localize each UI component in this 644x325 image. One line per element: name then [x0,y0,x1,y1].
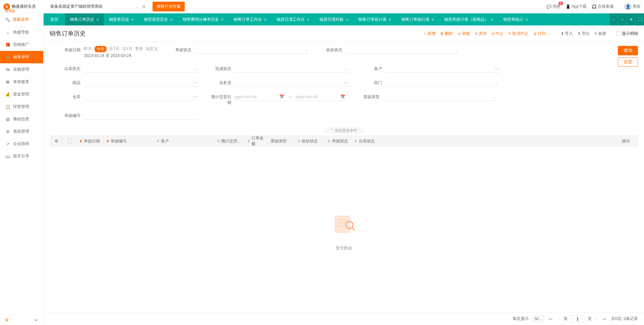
doc-status-select[interactable]: ⌄ [195,46,309,54]
first-page-button[interactable]: ⏮ [547,317,553,321]
close-icon[interactable]: ✕ [525,18,528,21]
tabs-scroll-left-button[interactable]: ‹ [609,13,618,25]
table-header: ⚙ ▲▼单据日期 ▲▼单据编号 ▲▼客户 ▲▼预计交货... ▲▼订单金额 票据… [50,135,638,147]
date-tag[interactable]: 今天 [95,46,107,52]
export-button[interactable]: ⬆导出 [578,31,590,37]
user-menu[interactable]: 👤 用友 [624,3,641,10]
close-icon[interactable]: ✕ [170,18,173,21]
fullscreen-button[interactable]: ⛶ [635,13,644,25]
tab-close-all-button[interactable]: ✕ [627,13,635,25]
sidebar-item[interactable]: 🛒销售管理 [0,51,43,63]
close-icon[interactable]: ✕ [264,18,267,21]
expected-date-from[interactable]: yyyy-mm-dd📅 [235,93,285,101]
next-page-button[interactable]: › [595,317,598,321]
tab[interactable]: 销售订单执行表✕ [396,13,439,25]
delete-button[interactable]: 🗑删除 [440,31,453,37]
doc-status-label: 单据状态 [168,46,195,53]
page-input[interactable] [571,315,584,322]
abandon-audit-button[interactable]: ⊘弃审 [475,31,487,37]
close-icon[interactable]: ✕ [490,18,493,21]
system-selector[interactable]: 装备及固定资产辅助管理系统 ⌄ ⚙ 体验行业方案 [50,2,185,11]
close-icon[interactable]: ✕ [131,18,134,21]
sidebar-item[interactable]: ⌂快捷导航 [0,26,43,39]
industry-plan-button[interactable]: 体验行业方案 [153,2,185,11]
tabs-scroll-right-button[interactable]: › [618,13,627,25]
close-icon[interactable]: ✕ [221,18,224,21]
sidebar-item[interactable]: 📋经营管理 [0,101,43,113]
ticket-type-select[interactable]: ⌄ [383,93,497,101]
refresh-button[interactable]: ↻刷新 [594,31,606,37]
last-page-button[interactable]: ⏭ [602,317,608,321]
gear-icon[interactable]: ⚙ [142,4,146,9]
col-receipt-status[interactable]: ▲▼收款状态 [295,136,325,146]
audit-button[interactable]: ◎审核 [458,31,470,37]
cancel-stop-button[interactable]: ↻取消中止 [508,31,528,37]
close-icon[interactable]: ✕ [389,18,391,21]
sidebar-item[interactable]: ⚙系统管理 [0,125,43,138]
settings-icon[interactable]: ⚙ [5,318,9,322]
search-button[interactable]: 查询 [618,46,638,55]
col-doc-no[interactable]: ▲▼单据编号 [104,136,154,146]
customer-picker[interactable]: ⋯ [386,65,500,73]
tab[interactable]: 销售订单历史✕ [65,13,104,25]
tab[interactable]: 销货退货历史✕ [139,13,178,25]
close-icon[interactable]: ✕ [96,18,99,21]
col-amount[interactable]: ▲▼订单金额 [244,136,268,146]
tab[interactable]: 销货单统计表（按商品）✕ [439,13,498,25]
close-icon[interactable]: ✕ [431,18,434,21]
salesman-picker[interactable]: ⋯ [235,79,349,87]
date-tag[interactable]: 更多 [135,46,143,52]
app-download-button[interactable]: 📱 App下载 [566,4,587,9]
doc-no-input[interactable] [84,112,198,120]
col-doc-status[interactable]: ▲▼单据状态 [325,136,352,146]
table-settings-column[interactable]: ⚙ [50,136,63,146]
sidebar-item[interactable]: 🛍采购管理 [0,63,43,76]
col-customer[interactable]: ▲▼客户 [154,136,214,146]
close-icon[interactable]: ✕ [307,18,309,21]
receipt-status-select[interactable]: ⌄ [346,46,460,54]
expected-date-to[interactable]: yyyy-mm-dd📅 [296,93,346,101]
sidebar-item[interactable]: ↗企业协同 [0,138,43,150]
prev-page-button[interactable]: ‹ [557,317,560,321]
tab[interactable]: 首页 [44,13,65,25]
select-all-checkbox[interactable] [63,136,77,146]
tab[interactable]: 钱货日清工作台✕ [272,13,314,25]
show-detail-checkbox[interactable]: 显示明细 [616,31,638,37]
search-menu[interactable]: 🔍 搜索菜单 [0,13,43,26]
collapse-sidebar-icon[interactable]: ⇤ [35,318,38,322]
import-button[interactable]: ⬇导入 [561,31,573,37]
messages-button[interactable]: 💬 消息 6 [546,4,561,9]
date-tag[interactable]: 近7天 [109,46,120,52]
col-ticket-type[interactable]: 票据类型 [268,136,295,146]
stop-button[interactable]: ⊘中止 [491,31,504,37]
col-out-status[interactable]: ▲▼出库状态 [352,136,614,146]
sidebar-item[interactable]: ▤基础信息 [0,113,43,125]
sidebar-item[interactable]: 💰资金管理 [0,88,43,101]
date-tag[interactable]: 昨天 [84,46,92,52]
date-tag[interactable]: 近1月 [122,46,133,52]
page-size-select[interactable]: 50 ⌄ [532,316,544,322]
sidebar-item[interactable]: 🏛库存核算 [0,76,43,88]
finish-status-select[interactable]: ⌄ [235,65,349,73]
col-expected[interactable]: ▲▼预计交货... [214,136,244,146]
warehouse-picker[interactable]: ⋯ [84,93,198,101]
add-button[interactable]: ＋新增 [423,31,435,37]
out-status-select[interactable]: ⌄ [84,65,198,73]
date-tag[interactable]: 自定义 [146,46,158,52]
filter-settings-button[interactable]: 设置 [618,57,638,67]
department-select[interactable]: ⌄ [386,79,500,87]
close-icon[interactable]: ✕ [346,18,348,21]
col-date[interactable]: ▲▼单据日期 [77,136,104,146]
tab[interactable]: 销售订单工作台✕ [229,13,272,25]
tab[interactable]: 销售订单统计表✕ [353,13,396,25]
sidebar-item[interactable]: 📖新手引导 [0,150,43,162]
sidebar-item[interactable]: 🎁营销推广 [0,39,43,51]
tab[interactable]: 销售费用分摊单历史✕ [178,13,229,25]
online-service-button[interactable]: 🎧 在线客服 [592,4,614,9]
tab[interactable]: 销货单历史✕ [104,13,139,25]
print-button[interactable]: 🖨打印⌄ [533,31,551,37]
tab[interactable]: 钱货日清对账✕ [314,13,353,25]
tab[interactable]: 销货单统计✕ [498,13,533,25]
collapse-filters-button[interactable]: ⌃ 收起更多条件 [57,126,631,135]
product-picker[interactable]: ⋯ [84,79,198,87]
